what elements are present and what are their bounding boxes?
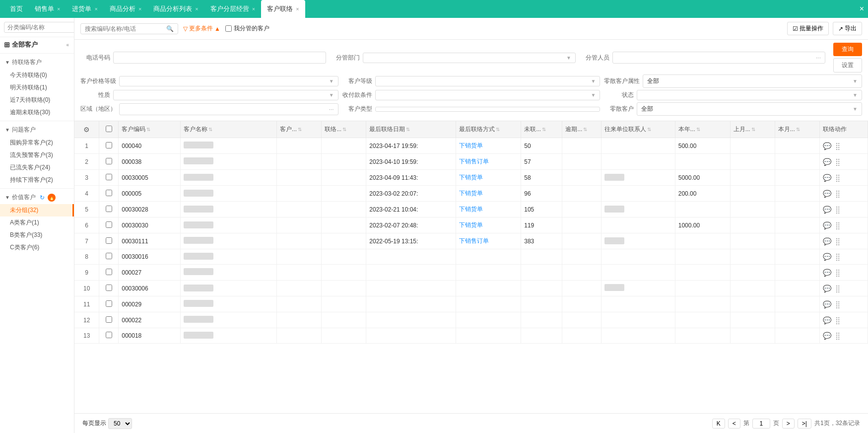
sidebar-item-today[interactable]: 今天待联络(0) — [0, 69, 74, 81]
batch-ops-btn[interactable]: ☑ 批量操作 — [787, 22, 829, 35]
chat-icon-2[interactable]: 💬 — [823, 174, 831, 182]
retail-cust-select[interactable]: 全部 ▼ — [637, 102, 862, 116]
sidebar-item-churn-warning[interactable]: 流失预警客户(3) — [0, 149, 74, 161]
row-checkbox-4[interactable] — [106, 206, 112, 212]
last-way-link-2[interactable]: 下销货单 — [459, 174, 483, 181]
sidebar-item-churned[interactable]: 已流失客户(24) — [0, 161, 74, 174]
more-icon-7[interactable]: ⣿ — [835, 253, 840, 261]
cell-name-0[interactable]: ···亲仵 — [180, 138, 276, 154]
row-checkbox-7[interactable] — [106, 253, 112, 259]
cell-last-way-1[interactable]: 下销售订单 — [456, 154, 521, 170]
cell-check-11[interactable] — [99, 312, 119, 328]
cell-check-3[interactable] — [99, 186, 119, 202]
page-size-select[interactable]: 50 — [108, 418, 132, 429]
sidebar-item-overdue[interactable]: 逾期未联络(30) — [0, 106, 74, 119]
cell-check-2[interactable] — [99, 170, 119, 186]
row-checkbox-2[interactable] — [106, 174, 112, 180]
query-btn[interactable]: 查询 — [833, 43, 862, 56]
row-checkbox-11[interactable] — [106, 316, 112, 323]
sidebar-search-input[interactable] — [4, 22, 74, 33]
cell-name-7[interactable]: ··· — [180, 249, 276, 265]
refresh-icon[interactable]: ↻ — [40, 194, 45, 201]
more-icon-11[interactable]: ⣿ — [835, 316, 840, 324]
cell-name-9[interactable]: ··· — [180, 281, 276, 296]
th-settings[interactable]: ⚙ — [74, 121, 99, 138]
sidebar-item-class-c[interactable]: C类客户(6) — [0, 241, 74, 254]
sidebar-group-problem[interactable]: ▼ 问题客户 — [0, 123, 74, 137]
tab-customer-contact[interactable]: 客户联络 × — [261, 0, 305, 18]
more-icon-2[interactable]: ⣿ — [835, 174, 840, 182]
settings-icon[interactable]: ⚙ — [83, 126, 90, 134]
chat-icon-3[interactable]: 💬 — [823, 190, 831, 198]
cell-check-10[interactable] — [99, 296, 119, 312]
row-checkbox-0[interactable] — [106, 142, 112, 148]
page-prev-btn[interactable]: < — [728, 419, 740, 429]
cell-check-1[interactable] — [99, 154, 119, 170]
page-last-btn[interactable]: >| — [798, 419, 811, 429]
last-way-link-3[interactable]: 下销货单 — [459, 190, 483, 197]
cell-check-12[interactable] — [99, 328, 119, 344]
row-checkbox-12[interactable] — [106, 332, 112, 338]
manager-select[interactable]: ··· — [612, 52, 825, 64]
retail-attr-select[interactable]: 全部 ▼ — [643, 74, 862, 88]
chat-icon-11[interactable]: 💬 — [823, 316, 831, 324]
status-select[interactable]: ▼ — [637, 90, 862, 100]
row-checkbox-1[interactable] — [106, 158, 112, 164]
cell-name-12[interactable]: ··· — [180, 328, 276, 344]
cell-last-way-3[interactable]: 下销货单 — [456, 186, 521, 202]
cell-last-way-6[interactable]: 下销售订单 — [456, 233, 521, 249]
cell-name-8[interactable]: ···公 — [180, 265, 276, 281]
select-all-checkbox[interactable] — [106, 126, 112, 132]
tab-analysis-close[interactable]: × — [138, 6, 141, 12]
cell-last-way-2[interactable]: 下销货单 — [456, 170, 521, 186]
cell-name-2[interactable]: ··· — [180, 170, 276, 186]
page-next-btn[interactable]: > — [782, 419, 795, 429]
tab-customer-seg[interactable]: 客户分层经营 × — [204, 0, 261, 18]
cell-check-4[interactable] — [99, 202, 119, 217]
chat-icon-7[interactable]: 💬 — [823, 253, 831, 261]
chat-icon-6[interactable]: 💬 — [823, 237, 831, 245]
cell-check-9[interactable] — [99, 281, 119, 296]
more-icon-6[interactable]: ⣿ — [835, 237, 840, 245]
more-icon-12[interactable]: ⣿ — [835, 332, 840, 340]
chat-icon-9[interactable]: 💬 — [823, 285, 831, 292]
sidebar-item-class-a[interactable]: A类客户(1) — [0, 216, 74, 229]
last-way-link-5[interactable]: 下销货单 — [459, 221, 483, 228]
cell-last-way-4[interactable]: 下销货单 — [456, 202, 521, 217]
chat-icon-12[interactable]: 💬 — [823, 332, 831, 340]
more-icon-8[interactable]: ⣿ — [835, 269, 840, 277]
cust-level-select[interactable]: ▼ — [375, 76, 601, 86]
sidebar-item-declining[interactable]: 持续下滑客户(2) — [0, 174, 74, 186]
sidebar-item-class-b[interactable]: B类客户(33) — [0, 229, 74, 241]
cell-last-way-9[interactable] — [456, 281, 521, 296]
filter-search-input[interactable] — [85, 25, 164, 32]
cell-check-8[interactable] — [99, 265, 119, 281]
sidebar-group-pending[interactable]: ▼ 待联络客户 — [0, 56, 74, 69]
cell-name-4[interactable]: ··· — [180, 202, 276, 217]
more-icon-0[interactable]: ⣿ — [835, 142, 840, 150]
cell-name-10[interactable]: 拐··· — [180, 296, 276, 312]
cell-last-way-7[interactable] — [456, 249, 521, 265]
cell-check-7[interactable] — [99, 249, 119, 265]
chat-icon-5[interactable]: 💬 — [823, 221, 831, 229]
page-first-btn[interactable]: K — [712, 419, 725, 429]
more-icon-4[interactable]: ⣿ — [835, 206, 840, 214]
chat-icon-8[interactable]: 💬 — [823, 269, 831, 277]
tab-analysis-list[interactable]: 商品分析列表 × — [147, 0, 204, 18]
my-customers-check[interactable] — [225, 25, 232, 32]
more-icon-3[interactable]: ⣿ — [835, 190, 840, 198]
nature-select[interactable]: ▼ — [113, 90, 338, 100]
window-close[interactable]: × — [860, 4, 864, 13]
row-checkbox-9[interactable] — [106, 285, 112, 291]
chat-icon-10[interactable]: 💬 — [823, 300, 831, 308]
cell-check-0[interactable] — [99, 138, 119, 154]
chat-icon-1[interactable]: 💬 — [823, 158, 831, 166]
tab-purchase-close[interactable]: × — [94, 6, 97, 12]
row-checkbox-5[interactable] — [106, 221, 112, 228]
row-checkbox-8[interactable] — [106, 269, 112, 275]
cell-last-way-10[interactable] — [456, 296, 521, 312]
more-icon-5[interactable]: ⣿ — [835, 221, 840, 229]
cell-check-5[interactable] — [99, 217, 119, 233]
sidebar-item-tomorrow[interactable]: 明天待联络(1) — [0, 81, 74, 94]
more-icon-9[interactable]: ⣿ — [835, 285, 840, 292]
